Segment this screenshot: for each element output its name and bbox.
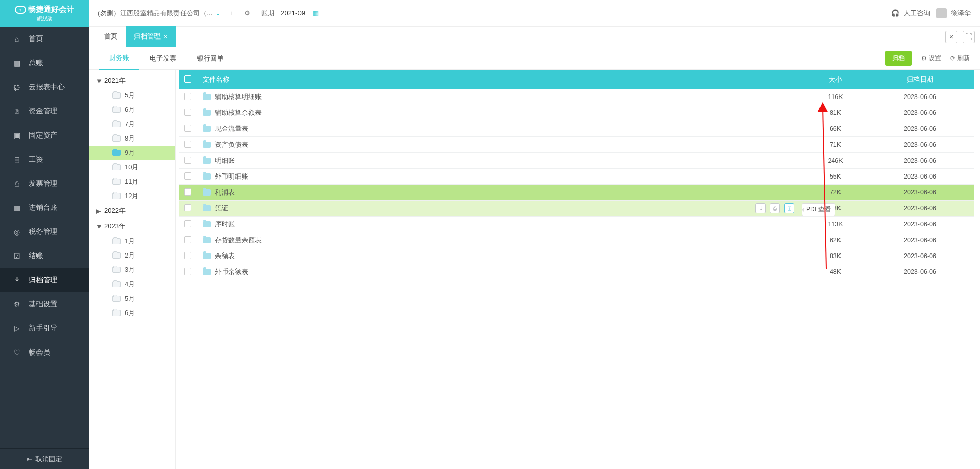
tree-month[interactable]: 8月 <box>89 131 175 146</box>
row-checkbox[interactable] <box>184 172 191 180</box>
row-checkbox[interactable] <box>184 125 191 132</box>
sidebar-item-chart[interactable]: ⮔云报表中心 <box>0 75 89 99</box>
folder-icon <box>203 189 211 196</box>
table-row[interactable]: 现金流量表 66K 2023-06-06 <box>179 121 974 137</box>
table-row[interactable]: 辅助核算余额表 81K 2023-06-06 <box>179 105 974 121</box>
sidebar: 畅捷通好会计 旗舰版 ⌂首页▤总账⮔云报表中心⎚资金管理▣固定资产⌸工资⎙发票管… <box>0 0 89 469</box>
sidebar-item-label: 新手引导 <box>29 324 57 333</box>
sidebar-item-settings[interactable]: ⚙基础设置 <box>0 292 89 316</box>
caret-icon: ▼ <box>96 77 101 85</box>
tab-home[interactable]: 首页 <box>96 26 126 47</box>
sidebar-item-guide[interactable]: ▷新手引导 <box>0 316 89 340</box>
tree-month-label: 9月 <box>125 148 135 158</box>
folder-icon <box>203 237 211 243</box>
calendar-icon[interactable]: ▦ <box>311 9 321 17</box>
file-date: 2023-06-06 <box>871 157 969 164</box>
tree-month[interactable]: 6月 <box>89 103 175 117</box>
row-checkbox[interactable] <box>184 220 191 227</box>
sidebar-item-label: 首页 <box>29 34 43 44</box>
subtab-einvoice[interactable]: 电子发票 <box>139 47 187 70</box>
tree-month[interactable]: 7月 <box>89 117 175 131</box>
row-checkbox[interactable] <box>184 252 191 259</box>
subtab-finance[interactable]: 财务账 <box>99 47 139 70</box>
support-link[interactable]: 🎧 人工咨询 <box>891 9 930 18</box>
refresh-link[interactable]: ⟳刷新 <box>950 54 970 63</box>
sidebar-item-home[interactable]: ⌂首页 <box>0 27 89 51</box>
tree-month[interactable]: 10月 <box>89 160 175 174</box>
tax-icon: ◎ <box>12 227 22 237</box>
tree-month[interactable]: 5月 <box>89 291 175 306</box>
period-value[interactable]: 2021-09 <box>281 9 305 17</box>
row-checkbox[interactable] <box>184 157 191 164</box>
tree-month[interactable]: 12月 <box>89 189 175 203</box>
sidebar-item-ledger[interactable]: ▤总账 <box>0 51 89 75</box>
table-row[interactable]: 资产负债表 71K 2023-06-06 <box>179 137 974 153</box>
fullscreen-button[interactable]: ⛶ <box>963 31 975 43</box>
unpin-button[interactable]: ⇤ 取消固定 <box>0 448 89 469</box>
folder-icon <box>112 164 121 170</box>
sidebar-item-tax[interactable]: ◎税务管理 <box>0 220 89 244</box>
table-header: 文件名称 大小 归档日期 <box>179 70 974 89</box>
sidebar-item-invoice[interactable]: ⎙发票管理 <box>0 171 89 196</box>
table-row[interactable]: 余额表 83K 2023-06-06 <box>179 248 974 264</box>
archive-button[interactable]: 归档 <box>885 51 912 66</box>
sidebar-item-member[interactable]: ♡畅会员 <box>0 340 89 364</box>
close-period-icon: ☑ <box>12 251 22 261</box>
folder-icon <box>112 252 121 259</box>
topbar: (勿删）江西殷室精品有限责任公司（... ⌄ + ⚙ 账期 2021-09 ▦ … <box>89 0 980 27</box>
company-selector[interactable]: (勿删）江西殷室精品有限责任公司（... ⌄ <box>98 9 221 18</box>
folder-icon <box>112 179 121 185</box>
sidebar-item-close-period[interactable]: ☑结账 <box>0 244 89 268</box>
table-row[interactable]: 凭证 53K 2023-06-06 ⤓ ⎙ ⍐ PDF查看 <box>179 201 974 217</box>
select-all-checkbox[interactable] <box>184 75 191 83</box>
tree-month[interactable]: 6月 <box>89 306 175 320</box>
row-checkbox[interactable] <box>184 141 191 148</box>
sidebar-item-money[interactable]: ⎚资金管理 <box>0 99 89 123</box>
table-row[interactable]: 外币余额表 48K 2023-06-06 <box>179 264 974 280</box>
file-date: 2023-06-06 <box>871 205 969 212</box>
tree-month[interactable]: 5月 <box>89 88 175 103</box>
file-name: 存货数量余额表 <box>215 236 262 245</box>
add-icon[interactable]: + <box>227 9 236 17</box>
user-menu[interactable]: 徐泽华 <box>936 8 971 18</box>
sidebar-item-salary[interactable]: ⌸工资 <box>0 147 89 171</box>
close-icon[interactable]: × <box>164 33 168 41</box>
row-checkbox[interactable] <box>184 236 191 243</box>
tree-month-label: 1月 <box>125 237 135 246</box>
row-checkbox[interactable] <box>184 188 191 196</box>
settings-link[interactable]: ⚙设置 <box>921 54 941 63</box>
row-checkbox[interactable] <box>184 93 191 100</box>
table-row[interactable]: 外币明细账 55K 2023-06-06 <box>179 169 974 185</box>
table-row[interactable]: 辅助核算明细账 116K 2023-06-06 <box>179 89 974 105</box>
folder-icon <box>203 221 211 227</box>
tree-month[interactable]: 3月 <box>89 263 175 277</box>
tree-month-label: 5月 <box>125 294 135 303</box>
download-excel-icon[interactable]: ⤓ <box>755 203 766 213</box>
row-checkbox[interactable] <box>184 109 191 116</box>
row-checkbox[interactable] <box>184 204 191 211</box>
subtab-bank[interactable]: 银行回单 <box>187 47 234 70</box>
gear-icon[interactable]: ⚙ <box>243 9 252 17</box>
sidebar-item-archive[interactable]: 🗄归档管理 <box>0 268 89 292</box>
tree-month[interactable]: 11月 <box>89 174 175 189</box>
tree-month[interactable]: 9月 <box>89 146 175 160</box>
row-checkbox[interactable] <box>184 268 191 275</box>
file-date: 2023-06-06 <box>871 221 969 228</box>
sidebar-item-inventory[interactable]: ▦进销台账 <box>0 196 89 220</box>
tree-month[interactable]: 1月 <box>89 234 175 248</box>
view-pdf-icon[interactable]: ⍐ <box>784 203 794 213</box>
download-pdf-icon[interactable]: ⎙ <box>770 203 780 213</box>
folder-icon <box>112 267 121 273</box>
table-row[interactable]: 序时账 113K 2023-06-06 <box>179 217 974 232</box>
tree-year-y2022[interactable]: ▶2022年 <box>89 203 175 219</box>
tree-year-y2023[interactable]: ▼2023年 <box>89 219 175 234</box>
tree-month[interactable]: 4月 <box>89 277 175 291</box>
tree-month[interactable]: 2月 <box>89 248 175 263</box>
table-row[interactable]: 利润表 72K 2023-06-06 <box>179 185 974 201</box>
close-all-button[interactable]: × <box>945 31 957 43</box>
table-row[interactable]: 存货数量余额表 62K 2023-06-06 <box>179 232 974 248</box>
table-row[interactable]: 明细账 246K 2023-06-06 <box>179 153 974 169</box>
tab-archive[interactable]: 归档管理 × <box>126 26 176 47</box>
sidebar-item-asset[interactable]: ▣固定资产 <box>0 123 89 147</box>
tree-year-y2021[interactable]: ▼2021年 <box>89 73 175 88</box>
